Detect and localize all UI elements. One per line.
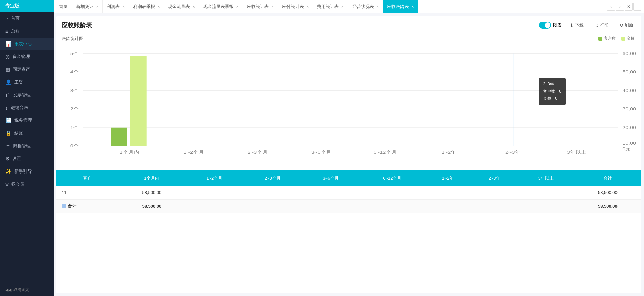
col-header-total: 合计 bbox=[574, 170, 641, 186]
close-icon[interactable]: × bbox=[341, 5, 343, 9]
close-icon[interactable]: × bbox=[271, 5, 273, 9]
sidebar-item-label: 新手引导 bbox=[14, 168, 32, 175]
home-icon: ⌂ bbox=[5, 16, 8, 21]
tab-cashflow[interactable]: 现金流量表 × bbox=[164, 0, 199, 13]
total-icon: 合计 bbox=[62, 203, 76, 209]
tab-label: 费用统计表 bbox=[317, 4, 339, 10]
close-icon[interactable]: × bbox=[412, 5, 414, 9]
sidebar-item-label: 归档管理 bbox=[13, 143, 31, 149]
finance-icon: ◎ bbox=[5, 54, 10, 60]
tab-home[interactable]: 首页 bbox=[55, 0, 72, 13]
close-icon[interactable]: × bbox=[122, 5, 124, 9]
cell-2-3month bbox=[244, 186, 302, 199]
tab-payable-stat[interactable]: 应付统计表 × bbox=[278, 0, 313, 13]
tab-label: 应收统计表 bbox=[247, 4, 269, 10]
svg-text:60,000.00元: 60,000.00元 bbox=[622, 51, 636, 56]
ledger-icon: ≡ bbox=[5, 29, 8, 34]
sidebar-item-settings[interactable]: ⚙ 设置 bbox=[0, 152, 54, 165]
tab-cashflow-quarter[interactable]: 现金流量表季报 × bbox=[199, 0, 243, 13]
sidebar-item-label: 固定资产 bbox=[13, 66, 30, 72]
tab-label: 应付统计表 bbox=[282, 4, 304, 10]
sidebar-item-label: 税务管理 bbox=[14, 117, 32, 124]
tab-operation-stat[interactable]: 经营状况表 × bbox=[348, 0, 383, 13]
download-button[interactable]: ⬇ 下载 bbox=[567, 21, 586, 30]
legend-amount: 金额 bbox=[621, 36, 635, 41]
tab-nav-buttons: ‹ › ✕ ⛶ bbox=[606, 3, 643, 11]
close-icon[interactable]: × bbox=[96, 5, 98, 9]
chart-toggle[interactable] bbox=[539, 22, 551, 29]
amount-legend-label: 金额 bbox=[627, 36, 635, 41]
svg-text:1个月内: 1个月内 bbox=[120, 150, 140, 155]
sidebar-item-guide[interactable]: ✨ 新手引导 bbox=[0, 165, 54, 178]
chart-svg: 5个 4个 3个 2个 1个 0个 60,000.00元 50,000.00元 … bbox=[62, 44, 636, 165]
close-icon[interactable]: × bbox=[236, 5, 238, 9]
refresh-button[interactable]: ↻ 刷新 bbox=[617, 21, 636, 30]
legend-customers: 客户数 bbox=[598, 36, 616, 41]
total-total: 58,500.00 bbox=[574, 199, 641, 213]
salary-icon: 👤 bbox=[5, 79, 12, 85]
inventory-icon: ↕ bbox=[5, 105, 8, 111]
cell-customer: 11 bbox=[56, 186, 118, 199]
table-header-row: 客户 1个月内 1~2个月 2~3个月 3~6个月 6~12个月 1~2年 2~… bbox=[56, 170, 641, 186]
header-actions: 图表 ⬇ 下载 🖨 打印 ↻ 刷新 bbox=[539, 21, 636, 30]
col-header-3-6month: 3~6个月 bbox=[302, 170, 360, 186]
sidebar-item-vip[interactable]: V 畅会员 bbox=[0, 178, 54, 191]
tab-label: 利润表季报 bbox=[133, 4, 155, 10]
content-area: 应收账龄表 图表 ⬇ 下载 🖨 打印 ↻ 刷新 bbox=[56, 16, 641, 293]
tab-expense-stat[interactable]: 费用统计表 × bbox=[313, 0, 348, 13]
total-1-2year bbox=[425, 199, 471, 213]
tab-new-voucher[interactable]: 新增凭证 × bbox=[72, 0, 103, 13]
tab-profit[interactable]: 利润表 × bbox=[103, 0, 129, 13]
col-header-1-2month: 1~2个月 bbox=[185, 170, 244, 186]
tab-scroll-right[interactable]: › bbox=[616, 3, 624, 11]
sidebar-item-invoice[interactable]: 🗒 发票管理 bbox=[0, 89, 54, 101]
sidebar-item-label: 进销台账 bbox=[11, 105, 28, 111]
close-icon[interactable]: × bbox=[377, 5, 379, 9]
cell-1month: 58,500.00 bbox=[118, 186, 185, 199]
sidebar-item-assets[interactable]: ▦ 固定资产 bbox=[0, 63, 54, 76]
sidebar-item-closing[interactable]: 🔒 结账 bbox=[0, 127, 54, 140]
svg-text:3~6个月: 3~6个月 bbox=[311, 150, 332, 155]
svg-text:0元: 0元 bbox=[622, 146, 631, 151]
svg-text:1~2年: 1~2年 bbox=[442, 150, 457, 155]
gear-icon: ⚙ bbox=[5, 156, 10, 162]
amount-legend-color bbox=[621, 37, 625, 41]
svg-text:50,000.00元: 50,000.00元 bbox=[622, 70, 636, 75]
svg-text:4个: 4个 bbox=[70, 70, 79, 75]
sidebar-item-ledger[interactable]: ≡ 总账 bbox=[0, 25, 54, 38]
tab-receivable-stat[interactable]: 应收统计表 × bbox=[243, 0, 278, 13]
tab-fullscreen[interactable]: ⛶ bbox=[633, 3, 641, 11]
chart-area: 账龄统计图 客户数 金额 5个 4个 3个 2个 1个 bbox=[56, 33, 641, 170]
col-header-6-12month: 6~12个月 bbox=[360, 170, 425, 186]
refresh-label: 刷新 bbox=[625, 22, 633, 28]
sidebar-item-inventory[interactable]: ↕ 进销台账 bbox=[0, 101, 54, 114]
unpin-button[interactable]: ◀◀ 取消固定 bbox=[0, 284, 54, 296]
tab-profit-quarter[interactable]: 利润表季报 × bbox=[129, 0, 164, 13]
tab-label: 利润表 bbox=[107, 4, 120, 10]
close-icon[interactable]: × bbox=[158, 5, 160, 9]
sidebar-item-archive[interactable]: 🗃 归档管理 bbox=[0, 140, 54, 152]
close-icon[interactable]: × bbox=[193, 5, 195, 9]
customer-legend-color bbox=[598, 37, 602, 41]
sidebar-item-salary[interactable]: 👤 工资 bbox=[0, 76, 54, 89]
sidebar-item-label: 资金管理 bbox=[12, 54, 30, 60]
sidebar-item-home[interactable]: ⌂ 首页 bbox=[0, 12, 54, 25]
sidebar-item-tax[interactable]: 🧾 税务管理 bbox=[0, 114, 54, 127]
sidebar-item-finance[interactable]: ◎ 资金管理 bbox=[0, 50, 54, 63]
main-area: 首页 新增凭证 × 利润表 × 利润表季报 × 现金流量表 × 现金流量表季报 … bbox=[54, 0, 644, 296]
tab-label: 新增凭证 bbox=[76, 4, 94, 10]
page-header: 应收账龄表 图表 ⬇ 下载 🖨 打印 ↻ 刷新 bbox=[56, 16, 641, 33]
cell-total: 58,500.00 bbox=[574, 186, 641, 199]
tab-scroll-left[interactable]: ‹ bbox=[607, 3, 615, 11]
tab-label: 现金流量表 bbox=[168, 4, 190, 10]
close-icon[interactable]: × bbox=[307, 5, 309, 9]
tab-close-all[interactable]: ✕ bbox=[625, 3, 633, 11]
tab-label: 应收账龄表 bbox=[387, 4, 409, 10]
archive-icon: 🗃 bbox=[5, 143, 10, 149]
total-label: 合计 bbox=[56, 199, 118, 213]
sidebar-item-reports[interactable]: 📊 报表中心 bbox=[0, 38, 54, 50]
print-button[interactable]: 🖨 打印 bbox=[592, 21, 611, 30]
print-label: 打印 bbox=[600, 22, 609, 28]
svg-text:10,000.00元: 10,000.00元 bbox=[622, 141, 636, 145]
tab-receivable-aging[interactable]: 应收账龄表 × bbox=[383, 0, 418, 13]
